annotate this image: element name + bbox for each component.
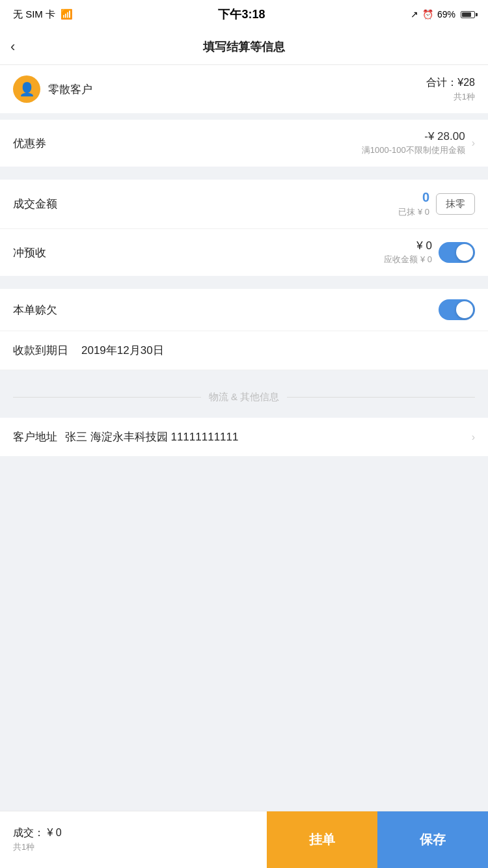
- debt-toggle[interactable]: [439, 299, 475, 320]
- coupon-right: -¥ 28.00 满1000-100不限制使用金额 ›: [362, 130, 475, 156]
- save-button[interactable]: 保存: [377, 811, 488, 869]
- prereceive-value-block: ¥ 0 应收金额 ¥ 0: [384, 239, 432, 265]
- round-button[interactable]: 抹零: [436, 193, 475, 215]
- address-card: 客户地址 张三 海淀永丰科技园 11111111111 ›: [0, 418, 488, 456]
- status-right: ↗ ⏰ 69%: [411, 9, 475, 20]
- transaction-right: 已抹 ¥ 0 抹零: [377, 190, 475, 218]
- debt-card: 本单赊欠 收款到期日 2019年12月30日: [0, 289, 488, 370]
- duedate-value: 2019年12月30日: [81, 343, 164, 358]
- spacer-1: [0, 173, 488, 180]
- coupon-card: 优惠券 -¥ 28.00 满1000-100不限制使用金额 ›: [0, 120, 488, 167]
- bottom-deal-label: 成交： ¥ 0: [13, 826, 254, 840]
- prereceive-toggle[interactable]: [439, 242, 475, 263]
- coupon-value-block: -¥ 28.00 满1000-100不限制使用金额: [362, 130, 465, 156]
- duedate-label: 收款到期日: [13, 343, 68, 358]
- bottom-deal-amount: ¥ 0: [47, 827, 61, 838]
- avatar: 👤: [13, 75, 40, 103]
- logistics-divider: 物流 & 其他信息: [13, 391, 475, 403]
- prereceive-row: 冲预收 ¥ 0 应收金额 ¥ 0: [0, 229, 488, 276]
- bottom-bar: 成交： ¥ 0 共1种 挂单 保存: [0, 811, 488, 868]
- prereceive-right: ¥ 0 应收金额 ¥ 0: [384, 239, 475, 265]
- battery-icon: [461, 11, 475, 18]
- customer-card: 👤 零散客户 合计：¥28 共1种: [0, 65, 488, 113]
- coupon-sub: 满1000-100不限制使用金额: [362, 144, 465, 156]
- transaction-input[interactable]: [377, 190, 429, 205]
- debt-toggle-knob: [456, 301, 473, 318]
- coupon-row[interactable]: 优惠券 -¥ 28.00 满1000-100不限制使用金额 ›: [0, 120, 488, 167]
- duedate-row: 收款到期日 2019年12月30日: [0, 331, 488, 370]
- customer-row: 👤 零散客户 合计：¥28 共1种: [0, 65, 488, 113]
- logistics-section-label: 物流 & 其他信息: [0, 383, 488, 411]
- total-amount: 合计：¥28: [426, 76, 475, 90]
- debt-label: 本单赊欠: [13, 303, 57, 318]
- page-header: ‹ 填写结算等信息: [0, 29, 488, 65]
- transaction-value-block: 已抹 ¥ 0: [377, 190, 429, 218]
- location-icon: ↗: [411, 9, 418, 20]
- prereceive-sub: 应收金额 ¥ 0: [384, 254, 432, 265]
- transaction-sub: 已抹 ¥ 0: [377, 206, 429, 218]
- bottom-deal-count: 共1种: [13, 841, 254, 853]
- chevron-right-icon: ›: [472, 137, 475, 149]
- status-time: 下午3:18: [218, 7, 265, 22]
- wifi-icon: 📶: [61, 8, 73, 20]
- carrier-label: 无 SIM 卡: [13, 8, 55, 21]
- hang-button[interactable]: 挂单: [267, 811, 377, 869]
- customer-right: 合计：¥28 共1种: [426, 76, 475, 103]
- alarm-icon: ⏰: [422, 9, 433, 20]
- debt-row: 本单赊欠: [0, 289, 488, 331]
- page-title: 填写结算等信息: [203, 39, 285, 55]
- toggle-knob: [456, 244, 473, 261]
- battery-percent: 69%: [437, 9, 455, 20]
- prereceive-label: 冲预收: [13, 245, 46, 260]
- coupon-label: 优惠券: [13, 136, 46, 151]
- transaction-label: 成交金额: [13, 197, 57, 211]
- spacer-3: [0, 377, 488, 383]
- address-value: 张三 海淀永丰科技园 11111111111: [65, 429, 472, 444]
- address-label: 客户地址: [13, 429, 65, 444]
- back-button[interactable]: ‹: [10, 38, 15, 55]
- address-chevron-icon: ›: [472, 431, 475, 443]
- customer-name: 零散客户: [48, 82, 92, 97]
- status-bar: 无 SIM 卡 📶 下午3:18 ↗ ⏰ 69%: [0, 0, 488, 29]
- logistics-label-text: 物流 & 其他信息: [209, 391, 279, 403]
- bottom-info: 成交： ¥ 0 共1种: [0, 826, 267, 853]
- customer-left: 👤 零散客户: [13, 75, 92, 103]
- transaction-row: 成交金额 已抹 ¥ 0 抹零: [0, 180, 488, 229]
- spacer-2: [0, 282, 488, 289]
- coupon-amount: -¥ 28.00: [362, 130, 465, 143]
- debt-right: [439, 299, 475, 320]
- transaction-card: 成交金额 已抹 ¥ 0 抹零 冲预收 ¥ 0 应收金额 ¥ 0: [0, 180, 488, 276]
- prereceive-amount: ¥ 0: [384, 239, 432, 252]
- page-content: 👤 零散客户 合计：¥28 共1种 优惠券 -¥ 28.00 满1000-100…: [0, 65, 488, 521]
- address-row[interactable]: 客户地址 张三 海淀永丰科技园 11111111111 ›: [0, 418, 488, 456]
- total-count: 共1种: [426, 91, 475, 103]
- status-left: 无 SIM 卡 📶: [13, 8, 73, 21]
- spacer-4: [0, 411, 488, 418]
